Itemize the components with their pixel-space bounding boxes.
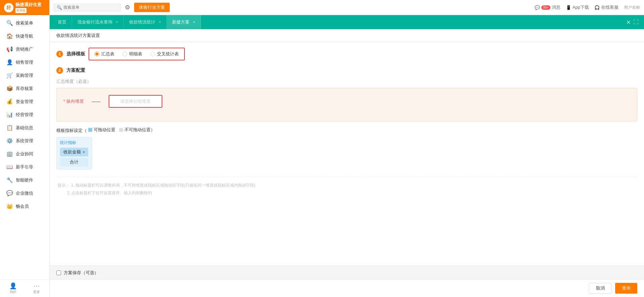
- query-button[interactable]: 查询: [615, 283, 637, 294]
- finance-icon: 💰: [6, 98, 13, 105]
- search-icon: 🔍: [6, 20, 13, 26]
- sidebar-item-enterprise[interactable]: 🏢 企业协同: [0, 147, 49, 160]
- footer-bar: 取消 查询: [50, 279, 644, 297]
- sidebar-item-member[interactable]: 👑 畅会员: [0, 200, 49, 213]
- sidebar-item-marketing[interactable]: 📢 营销推广: [0, 43, 49, 56]
- dimension-row: * 纵向维度 —— 请选择分组维度: [63, 95, 630, 108]
- radio-summary-label: 汇总表: [101, 51, 114, 57]
- tab-close-window[interactable]: ✕: [626, 19, 631, 26]
- indicators-label-row: 模板指标设定（ 可拖动位置 不可拖动位置）: [56, 127, 637, 134]
- tabbar-actions: ✕ ⛶: [626, 19, 641, 26]
- sidebar-item-marketing-label: 营销推广: [16, 46, 33, 52]
- sidebar-item-enterprise-label: 企业协同: [16, 151, 33, 157]
- vertical-dimension-placeholder[interactable]: 请选择分组维度: [109, 95, 162, 108]
- sidebar-item-member-label: 畅会员: [16, 203, 29, 209]
- message-icon: 💬: [535, 5, 540, 10]
- sidebar-item-purchase[interactable]: 🛒 采购管理: [0, 69, 49, 82]
- tips-item-1: 1. 拖动标题栏可以调整布局，不可跨维度或指标区域拖动目字段(只能在同一维度或指…: [71, 183, 255, 188]
- service-label: 在线客服: [601, 4, 619, 10]
- download-icon: 📱: [566, 5, 571, 10]
- sidebar-item-sales[interactable]: 👤 销售管理: [0, 56, 49, 69]
- tab-cashflow[interactable]: 现金银行流水查询 ×: [72, 15, 124, 29]
- hardware-icon: 🔧: [6, 177, 13, 183]
- sidebar-nav: 🔍 搜索菜单 🏠 快捷导航 📢 营销推广 👤 销售管理 🛒 采购管理 📦 库存核…: [0, 15, 49, 279]
- notification-item[interactable]: 💬 99+ 消息: [535, 4, 560, 10]
- tab-cashflow-close[interactable]: ×: [116, 20, 118, 24]
- indicator-tag-amount-label: 收款金额: [63, 149, 81, 155]
- sales-icon: 👤: [6, 59, 13, 65]
- operations-icon: 📊: [6, 111, 13, 118]
- tab-newplan[interactable]: 新建方案 ×: [167, 15, 201, 29]
- sidebar-item-inventory-label: 库存核算: [16, 86, 33, 92]
- tab-expand[interactable]: ⛶: [633, 19, 639, 26]
- sidebar-item-guide[interactable]: 📖 新手引导: [0, 160, 49, 174]
- tips-item-2: 2. 点击标题栏下拉可设置排序、插入列和删除列: [67, 191, 152, 195]
- notification-badge: 99+: [541, 5, 550, 10]
- edition-badge: 标准版: [15, 8, 26, 13]
- sidebar-item-system[interactable]: ⚙️ 系统管理: [0, 134, 49, 147]
- save-checkbox[interactable]: [56, 270, 61, 275]
- sidebar-item-inventory[interactable]: 📦 库存核算: [0, 82, 49, 95]
- content-area: 收款情况统计方案设置 1 选择模板 汇总表 明细表: [50, 29, 644, 279]
- indicator-tag-amount[interactable]: 收款金额 ▾: [60, 148, 88, 156]
- step1-header: 1 选择模板 汇总表 明细表: [56, 48, 637, 60]
- draggable-label: 可拖动位置: [94, 127, 115, 133]
- indicators-main-label: 模板指标设定（ 可拖动位置 不可拖动位置）: [56, 127, 155, 134]
- sidebar-item-finance[interactable]: 💰 资金管理: [0, 95, 49, 108]
- vertical-placeholder-text: 请选择分组维度: [120, 99, 151, 104]
- sidebar-logo: 好 畅捷通好生意 标准版: [0, 0, 49, 15]
- sidebar-item-wechat[interactable]: 💬 企业微信: [0, 187, 49, 200]
- download-item[interactable]: 📱 App下载: [566, 4, 589, 10]
- topbar-right: 💬 99+ 消息 📱 App下载 🎧 在线客服 用户名称: [535, 4, 640, 10]
- footer-more[interactable]: ⋯ 更多: [33, 282, 40, 294]
- radio-cross-label: 交叉统计表: [157, 51, 179, 57]
- sidebar-item-operations-label: 经营管理: [16, 112, 33, 118]
- sidebar-item-quicknav-label: 快捷导航: [16, 33, 33, 39]
- app-name: 畅捷通好生意: [15, 2, 42, 7]
- sidebar-item-basic[interactable]: 📋 基础信息: [0, 121, 49, 134]
- step1-section: 1 选择模板 汇总表 明细表: [56, 48, 637, 60]
- radio-detail-circle: [122, 52, 127, 56]
- dimension-arrow: ——: [92, 99, 101, 104]
- tab-newplan-close[interactable]: ×: [193, 20, 195, 24]
- settings-icon[interactable]: ⚙: [125, 4, 130, 11]
- cancel-button[interactable]: 取消: [589, 283, 612, 294]
- sidebar-item-search[interactable]: 🔍 搜索菜单: [0, 16, 49, 30]
- sidebar-item-operations[interactable]: 📊 经营管理: [0, 108, 49, 121]
- page-header: 收款情况统计方案设置: [50, 29, 644, 42]
- radio-detail[interactable]: 明细表: [122, 51, 142, 57]
- search-icon-topbar: 🔍: [57, 5, 62, 10]
- tab-home[interactable]: 首页: [52, 15, 72, 29]
- radio-cross[interactable]: 交叉统计表: [150, 51, 179, 57]
- guide-icon: 📖: [6, 164, 13, 170]
- service-item[interactable]: 🎧 在线客服: [594, 4, 619, 10]
- template-options: 汇总表 明细表 交叉统计表: [89, 48, 185, 60]
- footer-user[interactable]: 👤 我的: [9, 282, 17, 294]
- sidebar-item-hardware[interactable]: 🔧 智能硬件: [0, 174, 49, 187]
- step2-header: 2 方案配置: [56, 67, 637, 74]
- sidebar-item-wechat-label: 企业微信: [16, 190, 33, 196]
- tab-receipts-label: 收款情况统计: [129, 19, 155, 25]
- save-label: 方案保存（可选）: [64, 270, 99, 276]
- trial-button[interactable]: 体验行业方案: [134, 3, 170, 12]
- sidebar-item-purchase-label: 采购管理: [16, 72, 33, 79]
- breadcrumb: 收款情况统计方案设置: [56, 33, 100, 38]
- topbar-search-container[interactable]: 🔍: [54, 4, 121, 11]
- dimension-area: * 纵向维度 —— 请选择分组维度: [56, 88, 637, 121]
- enterprise-icon: 🏢: [6, 151, 13, 157]
- username-display: 用户名称: [624, 5, 640, 10]
- tab-receipts-close[interactable]: ×: [159, 20, 161, 24]
- indicator-tag-container: 统计指标 收款金额 ▾ 合计: [56, 137, 92, 169]
- step2-title: 方案配置: [66, 67, 85, 73]
- radio-summary-circle: [95, 52, 99, 56]
- radio-detail-label: 明细表: [129, 51, 142, 57]
- search-input[interactable]: [63, 5, 110, 10]
- vertical-dimension-label: * 纵向维度: [63, 98, 84, 104]
- system-icon: ⚙️: [6, 138, 13, 144]
- radio-summary[interactable]: 汇总表: [95, 51, 114, 57]
- sidebar-item-system-label: 系统管理: [16, 138, 33, 144]
- indicator-subtag-label: 合计: [70, 159, 78, 164]
- sidebar-item-quicknav[interactable]: 🏠 快捷导航: [0, 30, 49, 43]
- tab-receipts[interactable]: 收款情况统计 ×: [124, 15, 167, 29]
- tips-title: 提示：: [58, 183, 70, 188]
